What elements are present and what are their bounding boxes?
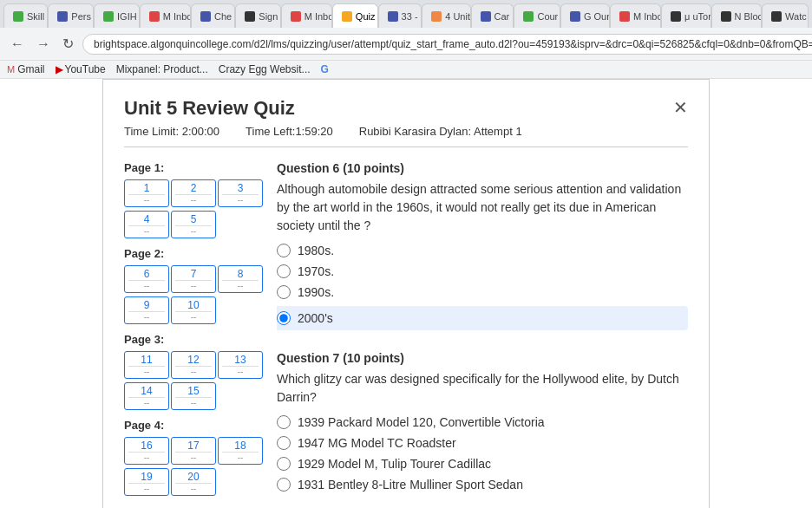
nav-q3[interactable]: 3 -- [218,179,263,207]
modal-header: Unit 5 Review Quiz ✕ [124,97,688,120]
tab-label-inbox3: M Inbo [633,11,661,22]
q7-option-2[interactable]: 1947 MG Model TC Roadster [277,436,688,450]
q6-radio-2[interactable] [277,264,291,278]
quiz-modal: Unit 5 Review Quiz ✕ Time Limit: 2:00:00… [102,79,710,508]
nav-q9[interactable]: 9 -- [124,296,169,324]
bookmark-label-gmail: Gmail [17,63,44,75]
nav-q5[interactable]: 5 -- [171,211,216,238]
q17-score: -- [175,452,212,462]
page-4-grid-2: 19 -- 20 -- [124,468,263,496]
tab-label-33: 33 - [402,11,418,22]
q6-radio-4[interactable] [277,311,291,325]
q13-score: -- [222,366,259,376]
nav-q2[interactable]: 2 -- [171,179,216,207]
bookmark-mixpanel[interactable]: Mixpanel: Product... [116,63,208,75]
nav-q13[interactable]: 13 -- [218,351,263,379]
q7-label-4: 1931 Bentley 8-Litre Mulliner Sport Seda… [298,478,523,492]
q7-option-4[interactable]: 1931 Bentley 8-Litre Mulliner Sport Seda… [277,478,688,492]
q7-radio-3[interactable] [277,457,291,471]
q7-option-3[interactable]: 1929 Model M, Tulip Tourer Cadillac [277,457,688,471]
q7-radio-1[interactable] [277,415,291,429]
tab-car[interactable]: Car ✕ [471,3,514,28]
tab-bloc[interactable]: N Bloc ✕ [711,3,762,28]
nav-q16[interactable]: 16 -- [124,437,169,465]
q1-score: -- [128,194,165,205]
question-6-block: Question 6 (10 points) Although automobi… [277,161,688,330]
nav-q20[interactable]: 20 -- [171,468,216,496]
q6-option-4[interactable]: 2000's [277,306,688,330]
q18-score: -- [222,452,259,462]
nav-q6[interactable]: 6 -- [124,265,169,293]
close-button[interactable]: ✕ [673,97,688,118]
page-2-grid-2: 9 -- 10 -- [124,296,263,324]
tab-igih[interactable]: IGIH ✕ [94,3,140,28]
nav-q10[interactable]: 10 -- [171,296,216,324]
google-icon: G [321,63,329,75]
bookmark-youtube[interactable]: ▶ YouTube [56,63,106,75]
q5-score: -- [175,225,212,236]
time-left: Time Left:1:59:20 [246,125,333,138]
page-1-grid: 1 -- 2 -- 3 -- [124,179,263,207]
tab-utor[interactable]: μ uTor ✕ [661,3,711,28]
nav-q8[interactable]: 8 -- [218,265,263,293]
time-limit: Time Limit: 2:00:00 [124,125,219,138]
q6-label-4: 2000's [298,311,333,325]
q6-radio-1[interactable] [277,244,291,257]
nav-q1[interactable]: 1 -- [124,179,169,207]
tab-33[interactable]: 33 - ✕ [378,3,422,28]
nav-q11[interactable]: 11 -- [124,351,169,379]
reload-button[interactable]: ↻ [59,34,77,54]
nav-q14[interactable]: 14 -- [124,382,169,410]
q6-radio-3[interactable] [277,285,291,299]
q14-score: -- [128,397,165,407]
tab-cour[interactable]: Cour ✕ [514,3,560,28]
page-3-label: Page 3: [124,333,263,346]
q6-option-2[interactable]: 1970s. [277,264,688,278]
address-input[interactable]: brightspace.algonquincollege.com/d2l/lms… [82,34,812,55]
tab-chec[interactable]: Che ✕ [191,3,235,28]
bookmark-google[interactable]: G [321,63,329,75]
forward-button[interactable]: → [33,35,54,54]
bookmark-gmail[interactable]: M Gmail [7,63,45,75]
q7-option-1[interactable]: 1939 Packard Model 120, Convertible Vict… [277,415,688,429]
q6-option-3[interactable]: 1990s. [277,285,688,299]
nav-q7[interactable]: 7 -- [171,265,216,293]
tab-inbox2[interactable]: M Inbo ✕ [281,3,332,28]
tab-label-pers: Pers [71,11,91,22]
tab-quiz[interactable]: Quiz ✕ [332,3,378,28]
nav-q15[interactable]: 15 -- [171,382,216,410]
q7-radio-4[interactable] [277,478,291,492]
tab-our[interactable]: G Our ✕ [560,3,610,28]
tab-unit[interactable]: 4 Unit ✕ [422,3,470,28]
tab-label-skills: Skill [27,11,44,22]
tab-inbox3[interactable]: M Inbo ✕ [610,3,661,28]
q7-score: -- [175,280,212,290]
q10-num: 10 [175,299,212,311]
quiz-layout: Page 1: 1 -- 2 -- 3 -- 4 -- [124,161,688,508]
back-button[interactable]: ← [7,35,28,54]
nav-q19[interactable]: 19 -- [124,468,169,496]
question-7-text: Which glitzy car was designed specifical… [277,370,688,407]
tab-label-utor: μ uTor [684,11,711,22]
q2-num: 2 [175,182,212,194]
nav-q12[interactable]: 12 -- [171,351,216,379]
bookmark-crazy[interactable]: Crazy Egg Websit... [219,63,311,75]
tab-watc[interactable]: Watc ✕ [762,3,809,28]
tab-favicon-sign [245,11,255,22]
q7-radio-2[interactable] [277,436,291,450]
tab-label-inbox1: M Inbo [163,11,191,22]
nav-q17[interactable]: 17 -- [171,437,216,465]
q12-score: -- [175,366,212,376]
address-bar: ← → ↻ brightspace.algonquincollege.com/d… [0,28,812,61]
q6-option-1[interactable]: 1980s. [277,244,688,257]
nav-q18[interactable]: 18 -- [218,437,263,465]
nav-q4[interactable]: 4 -- [124,211,169,238]
tab-sign[interactable]: Sign ✕ [235,3,280,28]
q6-label-2: 1970s. [298,264,334,278]
q11-score: -- [128,366,165,376]
tab-pers[interactable]: Pers ✕ [48,3,94,28]
tab-inbox1[interactable]: M Inbo ✕ [140,3,191,28]
tab-favicon-watc [771,11,782,22]
q7-num: 7 [175,268,212,280]
tab-skills[interactable]: Skill ✕ [3,3,48,28]
